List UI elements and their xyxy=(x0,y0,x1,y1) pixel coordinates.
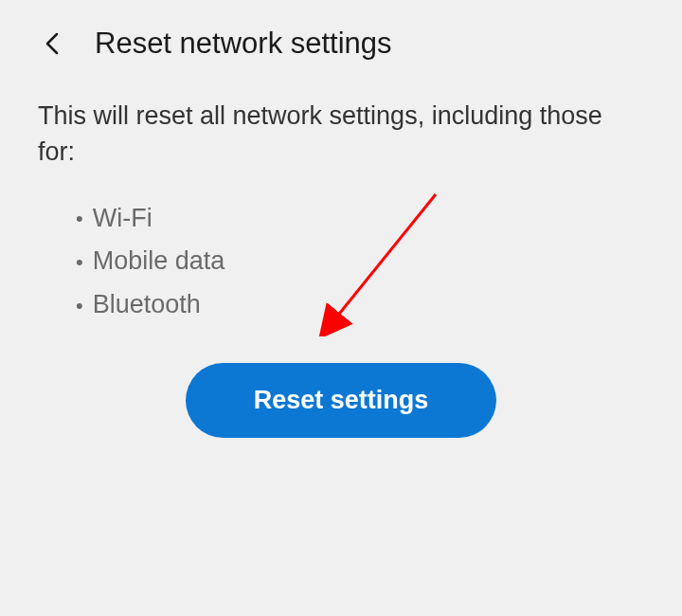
bullet-list: Wi-Fi Mobile data Bluetooth xyxy=(38,197,644,328)
list-item: Mobile data xyxy=(76,240,644,283)
content-area: This will reset all network settings, in… xyxy=(0,80,682,457)
list-item: Wi-Fi xyxy=(76,197,644,241)
reset-settings-button[interactable]: Reset settings xyxy=(186,363,497,438)
back-button[interactable] xyxy=(38,28,68,59)
list-item-label: Bluetooth xyxy=(93,283,201,327)
list-item-label: Wi-Fi xyxy=(93,197,153,241)
list-item: Bluetooth xyxy=(76,283,644,327)
description-text: This will reset all network settings, in… xyxy=(38,99,644,171)
button-container: Reset settings xyxy=(38,363,644,438)
chevron-left-icon xyxy=(44,30,63,57)
header: Reset network settings xyxy=(0,0,682,80)
list-item-label: Mobile data xyxy=(93,240,225,283)
page-title: Reset network settings xyxy=(95,27,392,61)
